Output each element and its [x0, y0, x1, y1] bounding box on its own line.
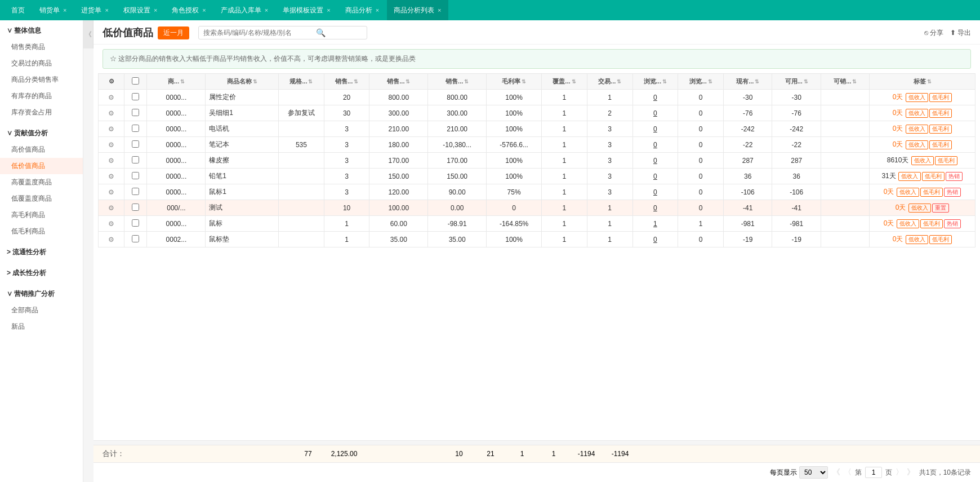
sales-profit-column-header[interactable]: 销售...⇅: [428, 74, 487, 90]
sales-qty-column-header[interactable]: 销售...⇅: [324, 74, 369, 90]
browse-link[interactable]: 0: [653, 109, 657, 117]
row-browse1[interactable]: 0: [632, 90, 678, 105]
nav-role-auth[interactable]: 角色授权 ×: [165, 0, 212, 20]
prev-page-button[interactable]: 〈: [844, 467, 852, 477]
table-container[interactable]: ⚙ 商...⇅ 商品名称⇅ 规格...⇅ 销售...⇅ 销售...⇅ 销售...…: [98, 73, 975, 440]
sidebar-item-traded-products[interactable]: 交易过的商品: [0, 55, 83, 72]
row-browse1[interactable]: 0: [632, 232, 678, 247]
row-select-checkbox[interactable]: [132, 219, 139, 227]
browse-link[interactable]: 0: [653, 94, 657, 101]
last-page-button[interactable]: 》: [907, 467, 915, 477]
row-checkbox[interactable]: [124, 200, 147, 216]
row-checkbox[interactable]: [124, 232, 147, 247]
period-button[interactable]: 近一月: [158, 26, 189, 39]
row-checkbox[interactable]: [124, 90, 147, 105]
row-settings[interactable]: ⚙: [99, 90, 124, 105]
export-button[interactable]: ⬆ 导出: [950, 28, 971, 38]
sidebar-collapse-button[interactable]: 《: [83, 20, 93, 48]
row-settings[interactable]: ⚙: [99, 184, 124, 200]
sales-amt-column-header[interactable]: 销售...⇅: [369, 74, 428, 90]
row-select-checkbox[interactable]: [132, 156, 139, 163]
select-all-checkbox[interactable]: [132, 77, 139, 85]
sidebar-group-contribution[interactable]: ∨ 贡献值分析: [0, 125, 83, 141]
sidebar-item-sales-products[interactable]: 销售类商品: [0, 39, 83, 55]
search-input[interactable]: [203, 29, 316, 37]
row-browse1[interactable]: 1: [632, 216, 678, 232]
row-settings[interactable]: ⚙: [99, 232, 124, 247]
name-column-header[interactable]: 商品名称⇅: [206, 74, 279, 90]
page-size-select[interactable]: 50 100 200: [799, 466, 828, 479]
sidebar-item-inventory-funds[interactable]: 库存资金占用: [0, 104, 83, 121]
nav-purchase-order[interactable]: 进货单 ×: [74, 0, 115, 20]
row-settings[interactable]: ⚙: [99, 169, 124, 184]
close-icon[interactable]: ×: [202, 7, 206, 14]
spec-column-header[interactable]: 规格...⇅: [279, 74, 324, 90]
close-icon[interactable]: ×: [63, 7, 66, 14]
row-browse1[interactable]: 0: [632, 105, 678, 121]
row-select-checkbox[interactable]: [132, 188, 139, 195]
horizontal-scrollbar[interactable]: [93, 440, 980, 445]
avail-column-header[interactable]: 可用...⇅: [772, 74, 821, 90]
row-select-checkbox[interactable]: [132, 172, 139, 179]
row-settings[interactable]: ⚙: [99, 137, 124, 153]
stock-column-header[interactable]: 现有...⇅: [723, 74, 772, 90]
row-settings[interactable]: ⚙: [99, 216, 124, 232]
sidebar-item-category-rate[interactable]: 商品分类销售率: [0, 72, 83, 88]
tags-column-header[interactable]: 标签⇅: [870, 74, 975, 90]
sidebar-group-overview[interactable]: ∨ 整体信息: [0, 23, 83, 39]
sidebar-item-low-value[interactable]: 低价值商品: [0, 158, 83, 174]
row-settings[interactable]: ⚙: [99, 121, 124, 137]
close-icon[interactable]: ×: [154, 7, 157, 14]
browse-link[interactable]: 1: [653, 220, 657, 228]
row-checkbox[interactable]: [124, 121, 147, 137]
row-browse1[interactable]: 0: [632, 169, 678, 184]
sidebar-item-low-coverage[interactable]: 低覆盖度商品: [0, 191, 83, 207]
close-icon[interactable]: ×: [105, 7, 108, 14]
close-icon[interactable]: ×: [376, 7, 379, 14]
coverage-column-header[interactable]: 覆盖...⇅: [542, 74, 587, 90]
nav-home[interactable]: 首页: [5, 0, 32, 20]
row-checkbox[interactable]: [124, 169, 147, 184]
first-page-button[interactable]: 《: [832, 467, 840, 477]
sidebar-item-high-value[interactable]: 高价值商品: [0, 141, 83, 158]
nav-template-settings[interactable]: 单据模板设置 ×: [276, 0, 337, 20]
browse-link[interactable]: 0: [653, 204, 657, 212]
browse-link[interactable]: 0: [653, 173, 657, 180]
row-select-checkbox[interactable]: [132, 93, 139, 100]
browse-link[interactable]: 0: [653, 125, 657, 133]
browse-link[interactable]: 0: [653, 141, 657, 149]
sidebar-item-all-products[interactable]: 全部商品: [0, 302, 83, 319]
browse1-column-header[interactable]: 浏览...⇅: [632, 74, 678, 90]
search-icon[interactable]: 🔍: [316, 28, 326, 37]
row-checkbox[interactable]: [124, 184, 147, 200]
row-browse1[interactable]: 0: [632, 137, 678, 153]
close-icon[interactable]: ×: [265, 7, 268, 14]
checkbox-column-header[interactable]: [124, 74, 147, 90]
row-select-checkbox[interactable]: [132, 235, 139, 242]
trade-column-header[interactable]: 交易...⇅: [587, 74, 632, 90]
share-button[interactable]: ⎋ 分享: [924, 28, 943, 38]
row-checkbox[interactable]: [124, 153, 147, 169]
row-select-checkbox[interactable]: [132, 125, 139, 132]
nav-product-analysis[interactable]: 商品分析 ×: [338, 0, 386, 20]
row-browse1[interactable]: 0: [632, 153, 678, 169]
row-checkbox[interactable]: [124, 105, 147, 121]
sidebar-group-growth[interactable]: > 成长性分析: [0, 265, 83, 281]
row-settings[interactable]: ⚙: [99, 153, 124, 169]
sidebar-item-new-products[interactable]: 新品: [0, 319, 83, 335]
row-browse1[interactable]: 0: [632, 200, 678, 216]
close-icon[interactable]: ×: [327, 7, 330, 14]
row-checkbox[interactable]: [124, 137, 147, 153]
browse-link[interactable]: 0: [653, 236, 657, 244]
nav-sales-order[interactable]: 销货单 ×: [33, 0, 73, 20]
row-select-checkbox[interactable]: [132, 109, 139, 116]
browse-link[interactable]: 0: [653, 157, 657, 165]
browse-link[interactable]: 0: [653, 188, 657, 196]
gross-rate-column-header[interactable]: 毛利率⇅: [487, 74, 542, 90]
sidebar-item-high-margin[interactable]: 高毛利商品: [0, 207, 83, 223]
sidebar-group-marketing[interactable]: ∨ 营销推广分析: [0, 286, 83, 302]
code-column-header[interactable]: 商...⇅: [147, 74, 206, 90]
close-icon[interactable]: ×: [438, 7, 441, 14]
row-settings[interactable]: ⚙: [99, 105, 124, 121]
row-settings[interactable]: ⚙: [99, 200, 124, 216]
